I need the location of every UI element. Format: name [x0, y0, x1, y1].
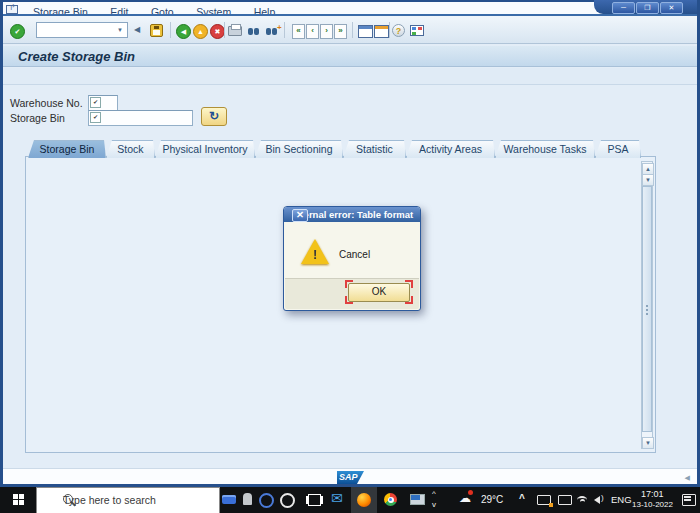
- error-dialog: Internal error: Table format ✕ ! Cancel …: [283, 206, 421, 311]
- taskbar-scroll-down-icon[interactable]: v: [432, 500, 436, 509]
- minimize-button[interactable]: ─: [612, 2, 635, 14]
- scroll-down-icon[interactable]: ▼: [642, 437, 654, 449]
- last-page-icon[interactable]: »: [334, 24, 347, 39]
- tab-physical-inventory[interactable]: Physical Inventory: [155, 140, 255, 158]
- collapse-command-icon[interactable]: ◀: [134, 25, 140, 34]
- status-collapse-icon[interactable]: ◀: [685, 474, 690, 482]
- storage-bin-label: Storage Bin: [10, 112, 65, 125]
- toolbar-separator: [352, 22, 353, 38]
- page-title: Create Storage Bin: [18, 49, 135, 64]
- save-icon[interactable]: [150, 24, 163, 37]
- previous-page-icon[interactable]: ‹: [306, 24, 319, 39]
- find-next-icon[interactable]: [266, 28, 271, 35]
- weather-cloud-icon[interactable]: ☁: [459, 491, 471, 505]
- dialog-close-icon[interactable]: ✕: [292, 209, 308, 222]
- screen: ↱ Storage Bin Edit Goto System Help ─ ❐ …: [0, 0, 700, 513]
- tab-storage-bin[interactable]: Storage Bin: [28, 140, 106, 158]
- firefox-icon: [357, 493, 371, 507]
- tab-bin-sectioning[interactable]: Bin Sectioning: [255, 140, 343, 158]
- ethernet-tray-icon[interactable]: [558, 495, 572, 505]
- scrollbar-grip: [646, 305, 648, 307]
- clock-date[interactable]: 13-10-2022: [632, 500, 673, 509]
- warehouse-no-label: Warehouse No.: [10, 97, 83, 110]
- another-entry-button[interactable]: ↻: [201, 107, 227, 126]
- app-icon[interactable]: ↱: [6, 5, 18, 14]
- warning-icon: !: [301, 239, 329, 264]
- scrollbar-thumb[interactable]: [642, 186, 652, 432]
- keyboard-tray-icon[interactable]: [222, 495, 236, 504]
- create-shortcut-icon[interactable]: [374, 25, 389, 38]
- first-page-icon[interactable]: «: [292, 24, 305, 39]
- trophy-tray-icon[interactable]: [243, 493, 252, 505]
- cancel-icon[interactable]: ✖: [210, 24, 225, 39]
- language-indicator[interactable]: ENG: [611, 494, 632, 505]
- cortana-button[interactable]: [280, 493, 295, 508]
- clock-time[interactable]: 17:01: [641, 489, 664, 499]
- customize-layout-icon[interactable]: [410, 25, 424, 36]
- dialog-title-bar[interactable]: Internal error: Table format ✕: [284, 207, 420, 222]
- screencast-tray-icon[interactable]: [537, 495, 551, 505]
- search-placeholder: Type here to search: [63, 494, 156, 506]
- command-dropdown-icon[interactable]: ▼: [114, 24, 126, 36]
- command-field[interactable]: ▼: [36, 22, 128, 38]
- mail-app-icon[interactable]: ✉: [331, 490, 343, 506]
- restore-button[interactable]: ❐: [636, 2, 659, 14]
- tab-stock[interactable]: Stock: [106, 140, 155, 158]
- storage-bin-field[interactable]: ✔: [88, 110, 193, 126]
- remote-desktop-icon[interactable]: [410, 494, 425, 505]
- taskbar-search[interactable]: Type here to search: [36, 487, 220, 513]
- firefox-app-button[interactable]: [351, 487, 377, 513]
- scroll-down-icon[interactable]: ▼: [642, 174, 654, 186]
- dialog-title: Internal error: Table format: [292, 209, 413, 220]
- standard-toolbar: ✔ ▼ ◀ ◀ ▲ ✖ + « ‹ › » ?: [0, 14, 700, 44]
- task-view-button[interactable]: [308, 494, 321, 506]
- volume-tray-icon[interactable]: ): [594, 496, 600, 504]
- action-center-icon[interactable]: [682, 494, 696, 506]
- enter-icon[interactable]: ✔: [10, 24, 25, 39]
- focus-corner: [345, 296, 353, 304]
- windows-logo-icon: [13, 494, 18, 499]
- chrome-app-icon[interactable]: [384, 493, 397, 506]
- new-session-icon[interactable]: [358, 25, 373, 38]
- find-icon[interactable]: [248, 28, 253, 35]
- toolbar-separator: [170, 22, 171, 38]
- title-bar: Create Storage Bin: [0, 46, 700, 67]
- tray-chevron-icon[interactable]: ^: [519, 493, 525, 504]
- toolbar-separator: [224, 22, 225, 38]
- back-icon[interactable]: ◀: [176, 24, 191, 39]
- dialog-message: Cancel: [339, 249, 370, 260]
- window-caption: ─ ❐ ✕: [594, 0, 700, 14]
- help-icon[interactable]: ?: [392, 24, 405, 37]
- next-page-icon[interactable]: ›: [320, 24, 333, 39]
- notification-dot: [549, 503, 553, 507]
- toolbar-separator: [284, 22, 285, 38]
- weather-alert-dot: [468, 490, 473, 495]
- warehouse-no-field[interactable]: ✔: [88, 95, 118, 111]
- tab-warehouse-tasks[interactable]: Warehouse Tasks: [495, 140, 595, 158]
- close-button[interactable]: ✕: [660, 2, 683, 14]
- focus-corner: [405, 280, 413, 288]
- application-toolbar: [0, 68, 700, 85]
- print-icon[interactable]: [228, 26, 242, 36]
- focus-corner: [345, 280, 353, 288]
- required-icon: ✔: [90, 112, 101, 123]
- ok-button[interactable]: OK: [348, 283, 410, 302]
- exit-icon[interactable]: ▲: [193, 24, 208, 39]
- focus-corner: [405, 296, 413, 304]
- start-button[interactable]: [0, 487, 34, 513]
- temperature-label[interactable]: 29°C: [481, 494, 503, 505]
- tab-psa[interactable]: PSA: [595, 140, 641, 158]
- headset-tray-icon[interactable]: [259, 493, 274, 508]
- wifi-tray-icon[interactable]: [577, 496, 587, 504]
- windows-taskbar: Type here to search ✉ ^ v ☁ 29°C ^ ) ENG…: [0, 487, 700, 513]
- taskbar-scroll-up-icon[interactable]: ^: [432, 489, 436, 498]
- tab-statistic[interactable]: Statistic: [343, 140, 406, 158]
- required-icon: ✔: [90, 97, 101, 108]
- find-next-plus: +: [277, 23, 282, 32]
- toolbar-separator: [389, 22, 390, 38]
- tab-activity-areas[interactable]: Activity Areas: [406, 140, 495, 158]
- window-border-left: [0, 0, 3, 487]
